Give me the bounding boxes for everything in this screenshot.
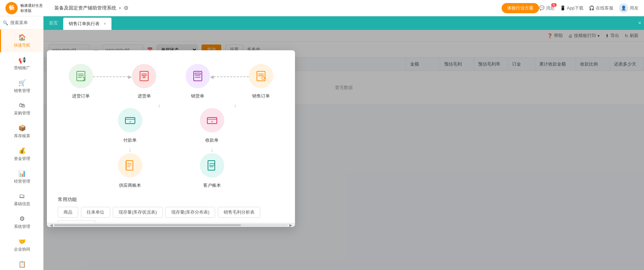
sidebar-item-purchase[interactable]: 🛍 采购管理 bbox=[0, 98, 43, 120]
workflow-container: 进货订单 ▶ bbox=[58, 58, 284, 188]
func-btn-stock-dist[interactable]: 现存量(库存分布表) bbox=[166, 207, 215, 218]
func-buttons-row1: 商品 往来单位 现存量(库存状况表) 现存量(库存分布表) 销售毛利分析表 商品… bbox=[58, 207, 284, 223]
scroll-left-icon[interactable]: ◀ bbox=[48, 223, 54, 227]
download-icon: 📱 bbox=[560, 5, 565, 11]
sales-bill-item[interactable]: 销货单 bbox=[186, 64, 210, 99]
svg-text:¥: ¥ bbox=[129, 120, 131, 123]
sales-order-icon bbox=[255, 70, 267, 82]
payment-bill-item[interactable]: ¥ 付款单 bbox=[118, 108, 142, 143]
func-btn-goods[interactable]: 商品 bbox=[58, 207, 78, 218]
sales-order-circle bbox=[249, 64, 273, 88]
basic-icon: 🗂 bbox=[19, 193, 25, 200]
tab-home[interactable]: 首页 bbox=[43, 16, 63, 30]
scrollbar-thumb[interactable] bbox=[54, 224, 241, 226]
sidebar-item-newbie[interactable]: 📋 新手引导 bbox=[0, 256, 43, 270]
search-icon: 🔍 bbox=[3, 20, 8, 25]
sidebar-item-sales[interactable]: 🛒 销售管理 bbox=[0, 75, 43, 98]
app-container: 畅 畅康通好生意 标准版 装备及固定资产辅助管理系统 ▾ ⚙ 体验行业方案 💬 … bbox=[0, 0, 644, 270]
supplier-ledger-item[interactable]: 供应商账本 bbox=[118, 153, 142, 188]
scrollbar-track[interactable] bbox=[54, 224, 288, 226]
sidebar-item-marketing[interactable]: 📢 营销推广 bbox=[0, 52, 43, 75]
close-all-tabs[interactable]: × bbox=[638, 20, 641, 26]
common-functions: 常用功能 商品 往来单位 现存量(库存状况表) 现存量(库存分布表) 销售毛利分… bbox=[58, 194, 284, 223]
newbie-icon: 📋 bbox=[18, 260, 26, 268]
content-area: 首页 销售订单执行表 × × ❓ 帮助 bbox=[43, 16, 644, 270]
scroll-right-icon[interactable]: ▶ bbox=[288, 223, 294, 227]
customer-ledger-icon bbox=[206, 159, 218, 172]
modal-body: 进货订单 ▶ bbox=[47, 50, 295, 223]
payment-bill-circle: ¥ bbox=[118, 108, 142, 132]
workflow-arrows-down: ↓ ↓ bbox=[69, 102, 273, 108]
app-download-button[interactable]: 📱 App下载 bbox=[560, 5, 584, 11]
sidebar-item-inventory[interactable]: 📦 库存核算 bbox=[0, 120, 43, 143]
svg-rect-7 bbox=[194, 71, 202, 81]
tab-sales-order-execution[interactable]: 销售订单执行表 × bbox=[63, 18, 111, 30]
workflow-row1: 进货订单 ▶ bbox=[69, 64, 273, 99]
modal-scrollbar[interactable]: ◀ ▶ bbox=[47, 223, 295, 227]
sidebar-item-operations[interactable]: 📊 经营管理 bbox=[0, 166, 43, 188]
service-icon: 🎧 bbox=[589, 5, 594, 11]
operations-icon: 📊 bbox=[18, 170, 26, 177]
common-title: 常用功能 bbox=[58, 197, 284, 203]
message-badge: 6 bbox=[551, 3, 557, 7]
dropdown-icon[interactable]: ▾ bbox=[119, 6, 121, 11]
sidebar-item-basic[interactable]: 🗂 基础信息 bbox=[0, 188, 43, 211]
receipt-bill-item[interactable]: ￥ 收款单 bbox=[200, 108, 224, 143]
tab-close-icon[interactable]: × bbox=[104, 21, 106, 26]
main-area: 🔍 搜索菜单 🏠 快捷导航 📢 营销推广 🛒 销售管理 🛍 采购管理 📦 bbox=[0, 16, 644, 270]
sales-order-item[interactable]: 销售订单 bbox=[249, 64, 273, 99]
svg-point-14 bbox=[262, 77, 264, 79]
svg-text:￥: ￥ bbox=[211, 120, 213, 123]
logo-area: 畅 畅康通好生意 标准版 bbox=[5, 2, 49, 14]
logo-icon: 畅 bbox=[5, 2, 18, 14]
message-icon: 💬 bbox=[539, 5, 544, 11]
purchase-order-icon bbox=[75, 70, 87, 82]
message-button[interactable]: 💬 消息 6 bbox=[539, 5, 555, 11]
purchase-bill-circle bbox=[132, 64, 156, 88]
sidebar: 🔍 搜索菜单 🏠 快捷导航 📢 营销推广 🛒 销售管理 🛍 采购管理 📦 bbox=[0, 16, 43, 270]
down-arrow-sb: ↓ bbox=[223, 102, 247, 108]
arrow-so-to-sb: ◀ bbox=[210, 74, 249, 79]
top-bar: 畅 畅康通好生意 标准版 装备及固定资产辅助管理系统 ▾ ⚙ 体验行业方案 💬 … bbox=[0, 0, 644, 16]
svg-rect-22 bbox=[125, 161, 127, 169]
online-service-button[interactable]: 🎧 在线客服 bbox=[589, 5, 613, 11]
receipt-bill-circle: ￥ bbox=[200, 108, 224, 132]
sales-bill-icon bbox=[192, 70, 204, 82]
inventory-icon: 📦 bbox=[18, 124, 26, 132]
down-arrow-pay: ↓ bbox=[118, 146, 142, 153]
workflow-row3: ¥ 付款单 bbox=[69, 108, 273, 143]
func-btn-goods-profit[interactable]: 商品毛利分析 bbox=[58, 220, 96, 223]
system-name: 装备及固定资产辅助管理系统 bbox=[54, 5, 116, 11]
user-menu[interactable]: 👤 用友 bbox=[619, 3, 639, 13]
down-arrow-pb: ↓ bbox=[147, 102, 171, 108]
trial-button[interactable]: 体验行业方案 bbox=[502, 3, 539, 13]
payment-bill-icon: ¥ bbox=[124, 114, 136, 126]
func-btn-partners[interactable]: 往来单位 bbox=[81, 207, 110, 218]
arrow-po-to-pb: ▶ bbox=[93, 74, 132, 79]
tabs-bar: 首页 销售订单执行表 × × bbox=[43, 16, 644, 30]
supplier-ledger-circle bbox=[118, 153, 142, 178]
finance-icon: 💰 bbox=[18, 147, 26, 155]
sidebar-item-collab[interactable]: 🤝 企业协同 bbox=[0, 234, 43, 256]
settings-icon[interactable]: ⚙ bbox=[124, 5, 128, 11]
sidebar-item-system[interactable]: ⚙ 系统管理 bbox=[0, 211, 43, 234]
marketing-icon: 📢 bbox=[18, 56, 26, 64]
purchase-icon: 🛍 bbox=[19, 102, 25, 109]
purchase-order-item[interactable]: 进货订单 bbox=[69, 64, 93, 99]
modal-overlay[interactable]: 进货订单 ▶ bbox=[43, 30, 644, 270]
customer-ledger-item[interactable]: 客户账本 bbox=[200, 153, 224, 188]
workflow-arrows-down2: ↓ ↓ bbox=[69, 146, 273, 153]
sidebar-item-finance[interactable]: 💰 资金管理 bbox=[0, 143, 43, 166]
logo-text: 畅康通好生意 标准版 bbox=[20, 3, 43, 13]
system-icon: ⚙ bbox=[19, 215, 25, 222]
search-menu[interactable]: 🔍 搜索菜单 bbox=[0, 16, 43, 30]
top-right-area: 💬 消息 6 📱 App下载 🎧 在线客服 👤 用友 bbox=[539, 3, 639, 13]
purchase-order-circle bbox=[69, 64, 93, 88]
quick-nav-icon: 🏠 bbox=[18, 34, 26, 41]
workflow-modal: 进货订单 ▶ bbox=[47, 50, 295, 227]
func-btn-stock-status[interactable]: 现存量(库存状况表) bbox=[113, 207, 163, 218]
func-btn-sales-profit[interactable]: 销售毛利分析表 bbox=[218, 207, 260, 218]
sidebar-item-quick-nav[interactable]: 🏠 快捷导航 bbox=[0, 30, 43, 52]
purchase-bill-item[interactable]: 进货单 bbox=[132, 64, 156, 99]
avatar: 👤 bbox=[619, 3, 628, 13]
